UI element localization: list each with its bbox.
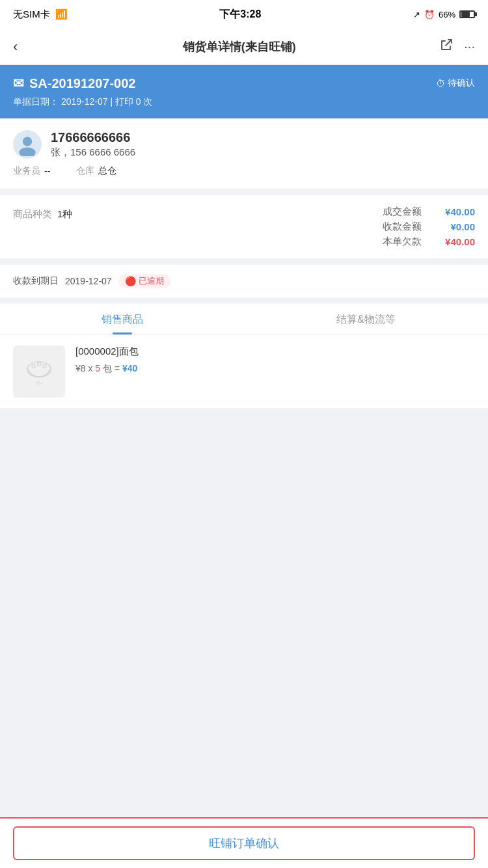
back-button[interactable]: ‹ [13,38,39,55]
tab-settlement[interactable]: 结算&物流等 [244,304,488,334]
owed-amount-row: 本单欠款 ¥40.00 [383,236,475,248]
order-id: ✉ SA-20191207-002 [13,75,135,91]
due-date-value: 2019-12-07 [65,276,112,286]
due-date-section: 收款到期日 2019-12-07 🔴 已逾期 [0,265,488,297]
alarm-icon: ⏰ [424,10,435,20]
svg-point-2 [27,362,51,377]
page-title: 销货单详情(来自旺铺) [183,39,296,55]
battery-percent: 66% [439,10,455,20]
svg-point-4 [38,362,41,366]
wifi-icon: 📶 [55,8,68,20]
status-left: 无SIM卡 📶 [13,8,68,21]
tab-products[interactable]: 销售商品 [0,304,244,334]
location-icon: ↗ [413,10,420,20]
status-bar: 无SIM卡 📶 下午3:28 ↗ ⏰ 66% [0,0,488,29]
order-status: ⏱ 待确认 [436,77,475,89]
status-clock-icon: ⏱ [436,78,445,88]
customer-name: 张，156 6666 6666 [51,146,135,159]
product-types: 商品种类 1种 [13,206,72,221]
more-icon[interactable]: ··· [464,39,475,54]
warehouse: 仓库 总仓 [76,165,116,177]
nav-bar: ‹ 销货单详情(来自旺铺) ··· [0,29,488,65]
avatar [13,130,42,159]
svg-point-1 [19,148,35,157]
order-header: ✉ SA-20191207-002 ⏱ 待确认 单据日期： 2019-12-07… [0,65,488,118]
battery-icon [459,10,475,18]
content-area [0,408,488,551]
product-thumbnail: 野+ [13,346,65,398]
sales-rep: 业务员 -- [13,165,50,177]
order-date: 单据日期： 2019-12-07 | 打印 0 次 [13,96,475,108]
amounts-right: 成交金额 ¥40.00 收款金额 ¥0.00 本单欠款 ¥40.00 [383,206,475,248]
received-amount-row: 收款金额 ¥0.00 [383,221,475,233]
status-right: ↗ ⏰ 66% [413,10,475,20]
order-id-icon: ✉ [13,75,24,91]
share-icon[interactable] [439,38,454,55]
overdue-icon: 🔴 [125,276,136,286]
amount-section: 商品种类 1种 成交金额 ¥40.00 收款金额 ¥0.00 本单欠款 ¥40.… [0,195,488,258]
product-price: ¥8 x 5 包 = ¥40 [75,363,475,375]
nav-actions: ··· [439,38,475,55]
customer-phone: 17666666666 [51,130,135,145]
bottom-bar: 旺铺订单确认 [0,817,488,868]
svg-text:野+: 野+ [36,381,43,386]
tabs-section: 销售商品 结算&物流等 [0,304,488,335]
carrier-text: 无SIM卡 [13,8,50,21]
svg-point-3 [32,364,35,368]
due-date-label: 收款到期日 [13,275,59,287]
svg-point-5 [43,364,46,368]
product-section: 野+ [0000002]面包 ¥8 x 5 包 = ¥40 [0,335,488,408]
overdue-text: 已逾期 [139,275,164,287]
product-details: [0000002]面包 ¥8 x 5 包 = ¥40 [75,346,475,375]
product-name: [0000002]面包 [75,346,475,358]
confirm-order-button[interactable]: 旺铺订单确认 [13,826,475,860]
status-time: 下午3:28 [219,8,261,21]
svg-point-0 [23,137,32,146]
product-item: 野+ [0000002]面包 ¥8 x 5 包 = ¥40 [0,335,488,408]
deal-amount-row: 成交金额 ¥40.00 [383,206,475,218]
customer-section: 17666666666 张，156 6666 6666 业务员 -- 仓库 总仓 [0,118,488,189]
overdue-badge: 🔴 已逾期 [118,274,170,288]
